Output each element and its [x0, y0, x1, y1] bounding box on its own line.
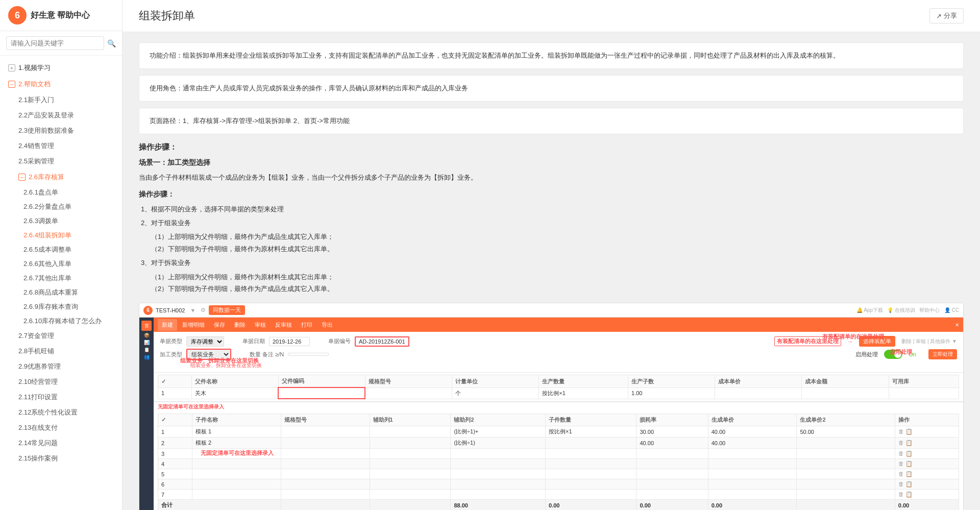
- toggle-on-label: On: [909, 351, 916, 357]
- step2-sub1: （1）上部明细为父件明细，最终作为产成品生成其它入库单；: [139, 231, 964, 242]
- sidebar-item-video[interactable]: + 1.视频学习: [0, 60, 122, 76]
- col-parent-code: 父件编码: [278, 375, 365, 388]
- parent-table: ✓ 父件名称 父件编码 规格型号 计量单位 生产数量 生产子数 成本单价 成本金: [158, 375, 959, 399]
- app-nav-print[interactable]: 打印: [297, 319, 316, 331]
- date-label: 单据日期: [242, 337, 265, 345]
- child-table: ✓ 子件名称 规格型号 辅助列1 辅助列2 子件数量 损耗率 生成单价 生成单价: [158, 414, 959, 510]
- col-produce-qty: 生产数量: [539, 375, 628, 388]
- app-nav-delete[interactable]: 删除: [230, 319, 250, 331]
- select-assembly-btn[interactable]: 选择装配单: [859, 336, 895, 347]
- topbar-refresh-btn[interactable]: 同数据一天: [209, 305, 245, 315]
- parent-table-area: ✓ 父件名称 父件编码 规格型号 计量单位 生产数量 生产子数 成本单价 成本金: [154, 373, 963, 402]
- scenario1-title: 场景一：加工类型选择: [139, 158, 964, 167]
- app-nav-icon1[interactable]: 首: [141, 321, 152, 331]
- doc-type-select[interactable]: 库存调整: [186, 336, 224, 347]
- sidebar-item-data-prep[interactable]: 2.3使用前数据准备: [0, 123, 122, 138]
- app-nav-new[interactable]: 新建: [158, 319, 177, 331]
- sidebar-item-ops[interactable]: 2.10经营管理: [0, 374, 122, 390]
- sidebar-item-docs[interactable]: − 2.帮助文档: [0, 76, 122, 92]
- app-close-icon[interactable]: ✕: [955, 322, 959, 328]
- sidebar-item-payment[interactable]: 2.13在线支付: [0, 420, 122, 435]
- sidebar-item-ledger-query[interactable]: 2.6.9库存账本查询: [0, 300, 122, 314]
- app-nav-review[interactable]: 审核: [251, 319, 270, 331]
- app-nav-unreview[interactable]: 反审核: [271, 319, 296, 331]
- sidebar-item-cost-recalc[interactable]: 2.6.8商品成本重算: [0, 285, 122, 300]
- sidebar-item-mobile[interactable]: 2.8手机旺铺: [0, 344, 122, 359]
- sidebar-item-print[interactable]: 2.11打印设置: [0, 390, 122, 405]
- child-table-footer: 合计 88.00 0.00 0.00 0.00 0.00: [158, 500, 959, 510]
- logo-icon: 6: [8, 6, 27, 25]
- search-input[interactable]: [6, 36, 104, 50]
- sidebar-item-other-out[interactable]: 2.6.7其他出库单: [0, 271, 122, 285]
- app-nav-icon2[interactable]: 📦: [144, 333, 150, 338]
- app-body: 首 📦 📊 📋 👥 新建 新增明细 保存 删除: [139, 318, 963, 510]
- date-value: 2019-12-26: [269, 337, 310, 346]
- app-orange-nav: 新建 新增明细 保存 删除 审核 反审核 打印 导出 ✕: [154, 318, 963, 332]
- sidebar-item-newbie[interactable]: 2.1新手入门: [0, 92, 122, 108]
- app-logo-small: 6: [143, 306, 153, 315]
- intro-text: 功能介绍：组装拆卸单用来处理企业组装或拆卸等加工业务，支持有固定装配清单的产品加…: [150, 50, 953, 61]
- sidebar-item-sales[interactable]: 2.4销售管理: [0, 138, 122, 154]
- app-nav-save[interactable]: 保存: [210, 319, 229, 331]
- nav-section-1: + 1.视频学习: [0, 60, 122, 76]
- enable-toggle[interactable]: [884, 350, 902, 359]
- sidebar-item-label: 2.6库存核算: [29, 173, 64, 182]
- main-content: 组装拆卸单 ↗ 分享 功能介绍：组装拆卸单用来处理企业组装或拆卸等加工业务，支持…: [122, 0, 980, 510]
- sidebar-item-label: 2.帮助文档: [18, 80, 51, 89]
- sidebar-item-transfer[interactable]: 2.6.3调拨单: [0, 214, 122, 228]
- steps-title: 操作步骤：: [139, 190, 964, 199]
- app-topbar: 6 TEST-H002 ▼ ⚙ 同数据一天 🔔 App下载 💡 在线培训 帮助中…: [139, 303, 963, 318]
- col-sub-qty: 生产子数: [628, 375, 715, 388]
- sidebar-item-ledger-error[interactable]: 2.6.10库存账本错了怎么办: [0, 314, 122, 328]
- sidebar-item-other-in[interactable]: 2.6.6其他入库单: [0, 257, 122, 271]
- collapse-icon-inventory: −: [18, 174, 26, 181]
- col-cost-price: 成本单价: [715, 375, 802, 388]
- col-avail: 可用库: [889, 375, 959, 388]
- sidebar-item-coupon[interactable]: 2.9优惠券管理: [0, 359, 122, 374]
- child-table-area: ✓ 子件名称 规格型号 辅助列1 辅助列2 子件数量 损耗率 生成单价 生成单价: [154, 411, 963, 510]
- app-screenshot: 6 TEST-H002 ▼ ⚙ 同数据一天 🔔 App下载 💡 在线培训 帮助中…: [139, 303, 963, 510]
- sidebar-item-assembly[interactable]: 2.6.4组装拆卸单: [0, 228, 122, 242]
- share-button[interactable]: ↗ 分享: [929, 8, 964, 23]
- sidebar-item-stocktake[interactable]: 2.6.1盘点单: [0, 185, 122, 200]
- annotation1-text: 有装配清单的在这里处理: [774, 336, 841, 346]
- sidebar-item-inventory[interactable]: − 2.6库存核算: [0, 169, 122, 185]
- app-nav-icon3[interactable]: 📊: [144, 340, 150, 345]
- child-row-7: 7🗑 📋: [158, 490, 959, 500]
- col-check: ✓: [158, 375, 192, 388]
- assembly-type-select[interactable]: 组装业务 拆卸业务: [186, 349, 231, 360]
- child-row-5: 5🗑 📋: [158, 469, 959, 479]
- app-nav-icon4[interactable]: 📋: [144, 347, 150, 352]
- scenario1-desc: 当由多个子件材料组装成一个成品的业务为【组装】业务，当由一个父件拆分成多个子产品…: [139, 172, 964, 183]
- step3: 3、对于拆装业务: [139, 257, 964, 269]
- step1: 1、根据不同的业务，选择不同单据的类型来处理: [139, 203, 964, 215]
- sidebar-item-faq[interactable]: 2.14常见问题: [0, 435, 122, 451]
- enable-label: 启用处理: [855, 351, 878, 358]
- role-card: 使用角色：通常由生产人员或库管人员完成拆装业务的操作，库管人员确认原材料的出库和…: [139, 75, 964, 102]
- doc-no-value: AD-201912Z6-001: [355, 336, 409, 347]
- share-label: 分享: [944, 11, 957, 20]
- sidebar-item-finance[interactable]: 2.7资金管理: [0, 328, 122, 344]
- step2-sub2: （2）下部明细为子件明细，最终作为原材料生成其它出库单。: [139, 243, 964, 255]
- content-body: 功能介绍：组装拆卸单用来处理企业组装或拆卸等加工业务，支持有固定装配清单的产品加…: [122, 32, 980, 510]
- share-icon: ↗: [936, 12, 942, 20]
- app-nav-add-detail[interactable]: 新增明细: [178, 319, 209, 331]
- confirm-btn[interactable]: 立即处理: [928, 349, 957, 359]
- child-row-1: 1模板 1(比例÷1)+按比例×130.0040.0050.00🗑 📋: [158, 426, 959, 438]
- annotation2-area: 组装业务、拆卸业务在这里切换: [160, 362, 957, 368]
- sidebar-item-cost-adjust[interactable]: 2.6.5成本调整单: [0, 242, 122, 257]
- sidebar-item-customize[interactable]: 2.12系统个性化设置: [0, 405, 122, 420]
- step2: 2、对于组装业务: [139, 217, 964, 229]
- sidebar-item-cases[interactable]: 2.15操作案例: [0, 451, 122, 466]
- app-test-label: TEST-H002: [156, 307, 185, 313]
- collapse-icon: −: [8, 81, 15, 88]
- child-row-3: 3🗑 📋: [158, 449, 959, 459]
- sidebar-item-purchase[interactable]: 2.5采购管理: [0, 154, 122, 169]
- app-main-area: 新建 新增明细 保存 删除 审核 反审核 打印 导出 ✕: [154, 318, 963, 510]
- app-nav-export[interactable]: 导出: [317, 319, 337, 331]
- app-nav-icon5[interactable]: 👥: [144, 354, 150, 359]
- child-row-6: 6🗑 📋: [158, 479, 959, 490]
- sidebar-item-install[interactable]: 2.2产品安装及登录: [0, 108, 122, 123]
- sidebar-item-partial-stocktake[interactable]: 2.6.2分量盘点单: [0, 200, 122, 214]
- search-icon[interactable]: 🔍: [107, 39, 116, 47]
